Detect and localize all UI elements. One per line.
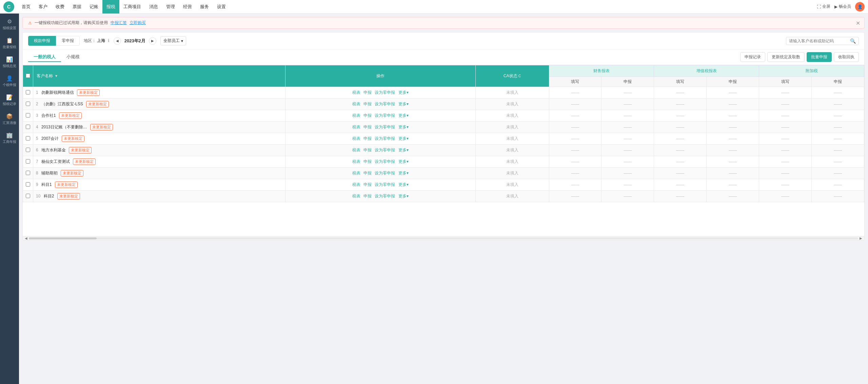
nav-item-manage[interactable]: 管理 xyxy=(162,0,179,14)
op-tax-form[interactable]: 税表 xyxy=(352,148,360,152)
op-declare[interactable]: 申报 xyxy=(363,113,372,118)
op-zero-declare[interactable]: 设为零申报 xyxy=(375,171,395,175)
batch-report-btn[interactable]: 批量申报 xyxy=(807,52,832,62)
op-zero-declare[interactable]: 设为零申报 xyxy=(375,113,395,118)
sidebar-item-tax-settings[interactable]: ⚙ 报税设置 xyxy=(0,15,19,34)
op-tax-form[interactable]: 税表 xyxy=(352,102,360,106)
op-more[interactable]: 更多▾ xyxy=(398,159,409,164)
op-tax-form[interactable]: 税表 xyxy=(352,159,360,164)
op-declare[interactable]: 申报 xyxy=(363,194,372,198)
nav-item-business[interactable]: 工商项目 xyxy=(119,0,145,14)
op-declare[interactable]: 申报 xyxy=(363,102,372,106)
fullscreen-btn[interactable]: ⛶ 全屏 xyxy=(817,4,830,9)
avatar[interactable]: 👤 xyxy=(855,2,865,12)
op-more[interactable]: 更多▾ xyxy=(398,113,409,118)
row-checkbox-5[interactable] xyxy=(26,136,30,141)
nav-item-fee[interactable]: 收费 xyxy=(52,0,68,14)
op-zero-declare[interactable]: 设为零申报 xyxy=(375,102,395,106)
sidebar-item-tax-overview[interactable]: 📊 报税总览 xyxy=(0,53,19,72)
row-checkbox-9[interactable] xyxy=(26,182,30,187)
op-zero-declare[interactable]: 设为零申报 xyxy=(375,90,395,95)
op-more[interactable]: 更多▾ xyxy=(398,148,409,152)
sidebar-item-annual-report[interactable]: 🏢 工商年报 xyxy=(0,129,19,148)
buy-link[interactable]: 立即购买 xyxy=(130,20,146,26)
search-container: 🔍 xyxy=(786,37,859,45)
op-zero-declare[interactable]: 设为零申报 xyxy=(375,148,395,152)
row-checkbox-2[interactable] xyxy=(26,102,30,106)
status-badge: 未更新核定 xyxy=(73,158,96,165)
select-all-checkbox[interactable] xyxy=(26,73,30,78)
op-declare[interactable]: 申报 xyxy=(363,125,372,129)
row-checkbox-10[interactable] xyxy=(26,194,30,198)
sidebar-item-tax-records[interactable]: 📝 报税记录 xyxy=(0,91,19,110)
op-more[interactable]: 更多▾ xyxy=(398,171,409,175)
op-more[interactable]: 更多▾ xyxy=(398,194,409,198)
tab-tax-declaration[interactable]: 税款申报 xyxy=(28,36,56,46)
op-zero-declare[interactable]: 设为零申报 xyxy=(375,136,395,141)
tab-general-taxpayer[interactable]: 一般的税人 xyxy=(28,52,61,62)
next-month-btn[interactable]: ▶ xyxy=(149,37,156,45)
row-num: 5 xyxy=(36,136,38,141)
op-declare[interactable]: 申报 xyxy=(363,171,372,175)
sort-icon[interactable]: ▾ xyxy=(55,73,57,78)
op-tax-form[interactable]: 税表 xyxy=(352,171,360,175)
op-tax-form[interactable]: 税表 xyxy=(352,113,360,118)
op-more[interactable]: 更多▾ xyxy=(398,136,409,141)
op-declare[interactable]: 申报 xyxy=(363,159,372,164)
op-more[interactable]: 更多▾ xyxy=(398,102,409,106)
update-data-btn[interactable]: 更新统定及取数 xyxy=(767,52,805,62)
op-tax-form[interactable]: 税表 xyxy=(352,136,360,141)
nav-item-account[interactable]: 记账 xyxy=(85,0,102,14)
op-more[interactable]: 更多▾ xyxy=(398,182,409,187)
op-declare[interactable]: 申报 xyxy=(363,136,372,141)
banner-close-btn[interactable]: ✕ xyxy=(856,20,860,26)
op-zero-declare[interactable]: 设为零申报 xyxy=(375,194,395,198)
scroll-right-arrow[interactable]: ▶ xyxy=(860,236,862,240)
batch-tax-icon: 📋 xyxy=(6,37,13,44)
tab-zero-declaration[interactable]: 零申报 xyxy=(56,36,80,46)
row-checkbox-6[interactable] xyxy=(26,148,30,152)
sidebar-item-batch-tax[interactable]: 📋 批量报税 xyxy=(0,34,19,53)
op-more[interactable]: 更多▾ xyxy=(398,125,409,129)
search-icon[interactable]: 🔍 xyxy=(850,38,856,44)
staff-select[interactable]: 全部员工 ▾ xyxy=(160,36,186,45)
report-link[interactable]: 申报汇签 xyxy=(111,20,127,26)
row-checkbox-7[interactable] xyxy=(26,159,30,164)
op-zero-declare[interactable]: 设为零申报 xyxy=(375,125,395,129)
row-checkbox-1[interactable] xyxy=(26,90,30,94)
op-tax-form[interactable]: 税表 xyxy=(352,194,360,198)
nav-item-home[interactable]: 首页 xyxy=(18,0,35,14)
op-tax-form[interactable]: 税表 xyxy=(352,90,360,95)
nav-item-service[interactable]: 服务 xyxy=(196,0,213,14)
op-tax-form[interactable]: 税表 xyxy=(352,125,360,129)
row-checkbox-4[interactable] xyxy=(26,125,30,129)
sidebar-item-annual-settlement[interactable]: 📦 汇算清缴 xyxy=(0,110,19,129)
op-tax-form[interactable]: 税表 xyxy=(352,182,360,187)
op-declare[interactable]: 申报 xyxy=(363,148,372,152)
op-declare[interactable]: 申报 xyxy=(363,182,372,187)
op-zero-declare[interactable]: 设为零申报 xyxy=(375,182,395,187)
tab-small-scale[interactable]: 小规模 xyxy=(61,52,85,62)
report-records-btn[interactable]: 申报记录 xyxy=(740,52,765,62)
collect-receipt-btn[interactable]: 收取回执 xyxy=(834,52,859,62)
top-nav: C 首页 客户 收费 票据 记账 报税 工商项目 消息 管理 经营 服务 设置 … xyxy=(0,0,868,14)
nav-item-settings[interactable]: 设置 xyxy=(213,0,230,14)
nav-item-client[interactable]: 客户 xyxy=(35,0,52,14)
nav-item-operation[interactable]: 经营 xyxy=(179,0,196,14)
nav-item-ticket[interactable]: 票据 xyxy=(68,0,85,14)
tax-settings-icon: ⚙ xyxy=(7,18,12,25)
sidebar-item-personal-tax[interactable]: 👤 个税申报 xyxy=(0,72,19,91)
op-declare[interactable]: 申报 xyxy=(363,90,372,95)
op-zero-declare[interactable]: 设为零申报 xyxy=(375,159,395,164)
search-input[interactable] xyxy=(789,39,850,43)
vip-btn[interactable]: ▶ 畅会员 xyxy=(834,4,851,9)
horizontal-scrollbar[interactable]: ◀ ▶ xyxy=(23,236,864,240)
row-checkbox-8[interactable] xyxy=(26,171,30,175)
client-name: 地方水利基金 xyxy=(41,148,66,152)
prev-month-btn[interactable]: ◀ xyxy=(114,37,121,45)
row-checkbox-3[interactable] xyxy=(26,113,30,118)
scroll-left-arrow[interactable]: ◀ xyxy=(25,236,27,240)
nav-item-message[interactable]: 消息 xyxy=(145,0,162,14)
nav-item-tax[interactable]: 报税 xyxy=(102,0,119,14)
op-more[interactable]: 更多▾ xyxy=(398,90,409,95)
